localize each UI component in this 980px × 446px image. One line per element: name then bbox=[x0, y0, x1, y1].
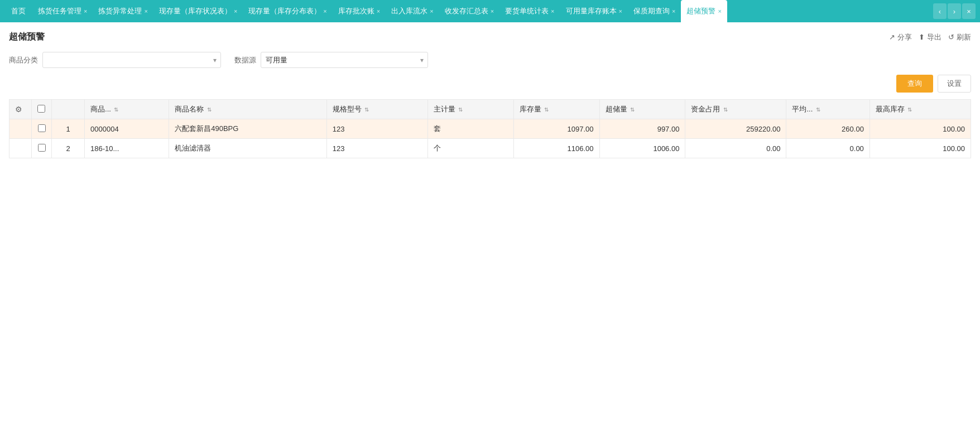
sort-icon-spec: ⇅ bbox=[364, 106, 369, 113]
th-avg[interactable]: 平均... ⇅ bbox=[786, 100, 869, 119]
td-product-code-1: 186-10... bbox=[85, 139, 169, 158]
close-tab-10[interactable]: × bbox=[718, 8, 721, 14]
refresh-button[interactable]: ↺ 刷新 bbox=[948, 32, 971, 42]
nav-tab-jianhuoyichangchuli[interactable]: 拣货异常处理 × bbox=[93, 0, 153, 22]
td-overstock-0: 997.00 bbox=[599, 119, 685, 139]
close-tab-5[interactable]: × bbox=[430, 8, 433, 14]
settings-button[interactable]: 设置 bbox=[938, 75, 971, 93]
sort-icon-capital: ⇅ bbox=[723, 106, 728, 113]
nav-tab-yaohuo[interactable]: 要货单统计表 × bbox=[499, 0, 560, 22]
sort-icon-unit: ⇅ bbox=[458, 106, 463, 113]
td-spec-0: 123 bbox=[326, 119, 427, 139]
th-spec[interactable]: 规格型号 ⇅ bbox=[326, 100, 427, 119]
nav-tab-kupcipicizhang[interactable]: 库存批次账 × bbox=[333, 0, 386, 22]
nav-tab-chaochuyujing[interactable]: 超储预警 × bbox=[681, 0, 727, 22]
td-spec-1: 123 bbox=[326, 139, 427, 158]
close-tab-9[interactable]: × bbox=[672, 8, 675, 14]
td-stock-0: 1097.00 bbox=[513, 119, 599, 139]
th-overstock[interactable]: 超储量 ⇅ bbox=[599, 100, 685, 119]
sort-icon-max-stock: ⇅ bbox=[907, 106, 912, 113]
category-select[interactable] bbox=[42, 52, 221, 68]
page-header: 超储预警 ↗ 分享 ⬆ 导出 ↺ 刷新 bbox=[9, 31, 971, 43]
sort-icon-stock: ⇅ bbox=[544, 106, 549, 113]
sort-icon-product-name: ⇅ bbox=[207, 106, 212, 113]
th-capital[interactable]: 资金占用 ⇅ bbox=[685, 100, 786, 119]
td-product-code-0: 0000004 bbox=[85, 119, 169, 139]
td-product-name-0: 六配套新昌490BPG bbox=[169, 119, 327, 139]
nav-tab-xiancunliang1[interactable]: 现存量（库存状况表） × bbox=[153, 0, 243, 22]
nav-tab-baozhi[interactable]: 保质期查询 × bbox=[628, 0, 681, 22]
query-button[interactable]: 查询 bbox=[896, 75, 933, 93]
nav-tab-xiancunliang2[interactable]: 现存量（库存分布表） × bbox=[243, 0, 332, 22]
th-max-stock[interactable]: 最高库存 ⇅ bbox=[869, 100, 971, 119]
nav-tab-keyongliang[interactable]: 可用量库存账本 × bbox=[560, 0, 628, 22]
td-max-stock-0: 100.00 bbox=[869, 119, 971, 139]
td-num-1: 2 bbox=[52, 139, 85, 158]
close-tab-2[interactable]: × bbox=[234, 8, 237, 14]
td-overstock-1: 1006.00 bbox=[599, 139, 685, 158]
datasource-label: 数据源 bbox=[234, 55, 256, 65]
table-header-row: ⚙ 商品... ⇅ 商品名称 ⇅ 规格型号 ⇅ bbox=[9, 100, 971, 119]
th-gear[interactable]: ⚙ bbox=[9, 100, 32, 119]
top-navbar: 首页 拣货任务管理 × 拣货异常处理 × 现存量（库存状况表） × 现存量（库存… bbox=[0, 0, 980, 22]
row-checkbox-1[interactable] bbox=[38, 144, 46, 152]
nav-arrows: ‹ › × bbox=[933, 3, 976, 19]
th-row-num bbox=[52, 100, 85, 119]
th-product-name[interactable]: 商品名称 ⇅ bbox=[169, 100, 327, 119]
btn-row: 查询 设置 bbox=[9, 75, 971, 93]
td-checkbox-0 bbox=[32, 119, 52, 139]
category-label: 商品分类 bbox=[9, 55, 38, 65]
td-checkbox-1 bbox=[32, 139, 52, 158]
th-product-code[interactable]: 商品... ⇅ bbox=[85, 100, 169, 119]
nav-tab-shoufacunhuizong[interactable]: 收发存汇总表 × bbox=[439, 0, 499, 22]
nav-prev-btn[interactable]: ‹ bbox=[933, 3, 947, 19]
td-avg-1: 0.00 bbox=[786, 139, 869, 158]
row-checkbox-0[interactable] bbox=[38, 124, 46, 132]
td-max-stock-1: 100.00 bbox=[869, 139, 971, 158]
td-avg-0: 260.00 bbox=[786, 119, 869, 139]
export-icon: ⬆ bbox=[919, 33, 925, 41]
datasource-select[interactable]: 可用量 bbox=[261, 52, 428, 68]
nav-tab-churukuliushui[interactable]: 出入库流水 × bbox=[386, 0, 439, 22]
sort-icon-avg: ⇅ bbox=[816, 106, 820, 113]
nav-next-btn[interactable]: › bbox=[948, 3, 961, 19]
refresh-icon: ↺ bbox=[948, 33, 954, 41]
close-tab-7[interactable]: × bbox=[551, 8, 554, 14]
gear-icon: ⚙ bbox=[15, 105, 22, 114]
category-select-wrapper bbox=[42, 52, 221, 68]
td-gear-1 bbox=[9, 139, 32, 158]
td-unit-0: 套 bbox=[427, 119, 513, 139]
td-capital-0: 259220.00 bbox=[685, 119, 786, 139]
datasource-filter: 数据源 可用量 bbox=[234, 52, 428, 68]
share-button[interactable]: ↗ 分享 bbox=[889, 32, 912, 42]
th-checkbox bbox=[32, 100, 52, 119]
th-unit[interactable]: 主计量 ⇅ bbox=[427, 100, 513, 119]
close-tab-6[interactable]: × bbox=[491, 8, 494, 14]
nav-close-all-btn[interactable]: × bbox=[962, 3, 976, 19]
td-unit-1: 个 bbox=[427, 139, 513, 158]
td-num-0: 1 bbox=[52, 119, 85, 139]
close-tab-4[interactable]: × bbox=[377, 8, 380, 14]
td-capital-1: 0.00 bbox=[685, 139, 786, 158]
table-row: 2 186-10... 机油滤清器 123 个 1106.00 1006.00 … bbox=[9, 139, 971, 158]
share-icon: ↗ bbox=[889, 33, 895, 41]
select-all-checkbox[interactable] bbox=[37, 105, 45, 113]
header-actions: ↗ 分享 ⬆ 导出 ↺ 刷新 bbox=[889, 32, 971, 42]
datasource-select-wrapper: 可用量 bbox=[261, 52, 428, 68]
td-product-name-1: 机油滤清器 bbox=[169, 139, 327, 158]
category-filter: 商品分类 bbox=[9, 52, 221, 68]
close-tab-1[interactable]: × bbox=[144, 8, 147, 14]
td-stock-1: 1106.00 bbox=[513, 139, 599, 158]
export-button[interactable]: ⬆ 导出 bbox=[919, 32, 941, 42]
close-tab-3[interactable]: × bbox=[323, 8, 326, 14]
close-tab-8[interactable]: × bbox=[619, 8, 622, 14]
th-stock[interactable]: 库存量 ⇅ bbox=[513, 100, 599, 119]
close-tab-0[interactable]: × bbox=[84, 8, 87, 14]
data-table: ⚙ 商品... ⇅ 商品名称 ⇅ 规格型号 ⇅ bbox=[9, 99, 971, 158]
filter-row: 商品分类 数据源 可用量 bbox=[9, 52, 971, 68]
sort-icon-overstock: ⇅ bbox=[630, 106, 635, 113]
nav-home[interactable]: 首页 bbox=[4, 6, 32, 16]
nav-tab-jianhuorenwuguanli[interactable]: 拣货任务管理 × bbox=[32, 0, 93, 22]
td-gear-0 bbox=[9, 119, 32, 139]
main-content: 超储预警 ↗ 分享 ⬆ 导出 ↺ 刷新 商品分类 bbox=[0, 22, 980, 446]
